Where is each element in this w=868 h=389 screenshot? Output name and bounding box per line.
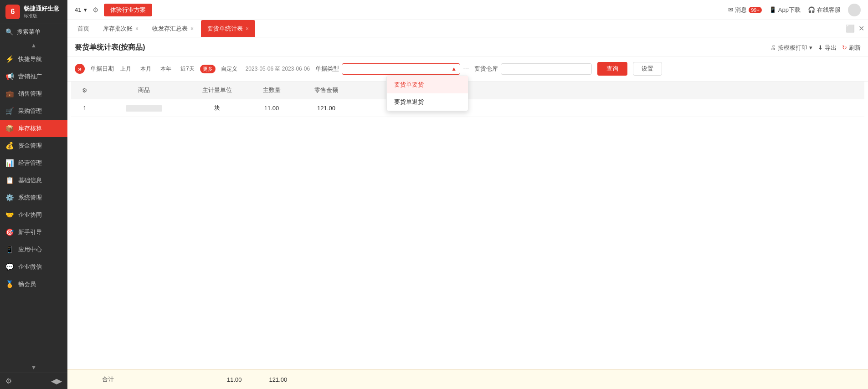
collapse-icon[interactable]: ◀▶: [51, 377, 62, 385]
settings-icon[interactable]: ⚙: [5, 377, 12, 385]
sidebar-item-label: 企业微信: [18, 263, 42, 271]
enterprise-icon: 🤝: [5, 211, 14, 219]
warehouse-input[interactable]: [501, 63, 592, 75]
filter-bar: » 单据日期 上月 本月 本年 近7天 更多 自定义 2023-05-06 至 …: [67, 56, 868, 82]
print-icon: 🖨: [770, 44, 776, 51]
sidebar-item-label: 新手引导: [18, 228, 42, 236]
close-tab-icon[interactable]: ✕: [858, 24, 864, 33]
tab-inventory-batch-label: 库存批次账: [103, 25, 133, 33]
date-option-this-month[interactable]: 本月: [137, 64, 155, 74]
cell-amount: 121.00: [299, 99, 354, 117]
sidebar-item-member[interactable]: 🏅 畅会员: [0, 276, 67, 293]
date-option-more[interactable]: 更多: [200, 65, 216, 73]
th-product: 商品: [98, 82, 190, 99]
trial-button[interactable]: 体验行业方案: [104, 4, 152, 16]
type-label: 单据类型: [315, 65, 339, 73]
quick-nav-icon: ⚡: [5, 55, 14, 63]
sidebar-nav: ⚡ 快捷导航 📢 营销推广 💼 销售管理 🛒 采购管理 📦 库存核算 💰 资金管…: [0, 51, 67, 362]
tab-receive-summary-close[interactable]: ×: [190, 26, 194, 32]
type-more-icon[interactable]: ···: [463, 65, 469, 73]
sidebar-item-marketing[interactable]: 📢 营销推广: [0, 68, 67, 85]
newbie-icon: 🎯: [5, 228, 14, 236]
sidebar-item-label: 快捷导航: [18, 55, 42, 63]
tabs-bar: 首页 库存批次账 × 收发存汇总表 × 要货单统计表 × ⬜ ✕: [67, 20, 868, 37]
date-label: 单据日期: [90, 65, 114, 73]
sidebar-item-newbie[interactable]: 🎯 新手引导: [0, 224, 67, 241]
query-button[interactable]: 查询: [597, 62, 627, 76]
app-logo: 6 畅捷通好生意 标准版: [0, 0, 67, 24]
column-settings-icon[interactable]: ⚙: [82, 87, 87, 94]
sidebar-item-system[interactable]: ⚙️ 系统管理: [0, 189, 67, 206]
sidebar-item-purchase[interactable]: 🛒 采购管理: [0, 102, 67, 120]
purchase-icon: 🛒: [5, 107, 14, 115]
search-menu[interactable]: 🔍 搜索菜单: [0, 24, 67, 40]
user-avatar[interactable]: [848, 4, 861, 16]
th-qty: 主数量: [244, 82, 299, 99]
tab-order-stats-label: 要货单统计表: [207, 25, 243, 33]
set-button[interactable]: 设置: [633, 62, 662, 76]
warehouse-label: 要货仓库: [474, 65, 498, 73]
header-right: ✉ 消息 99+ 📱 App下载 🎧 在线客服: [728, 4, 861, 16]
sidebar-item-wechat[interactable]: 💬 企业微信: [0, 258, 67, 276]
sidebar-item-inventory[interactable]: 📦 库存核算: [0, 120, 67, 137]
app-download-label: App下载: [778, 6, 801, 14]
breadcrumb[interactable]: 41 ▾: [75, 6, 87, 13]
tab-order-stats[interactable]: 要货单统计表 ×: [201, 20, 255, 37]
date-option-last-month[interactable]: 上月: [117, 64, 135, 74]
scroll-up-indicator[interactable]: ▲: [0, 40, 67, 51]
expand-button[interactable]: »: [75, 64, 85, 74]
finance-icon: 💰: [5, 142, 14, 150]
date-option-7days[interactable]: 近7天: [177, 64, 198, 74]
operation-icon: 📊: [5, 159, 14, 167]
table-footer: 合计 11.00 121.00: [67, 369, 868, 389]
inventory-icon: 📦: [5, 124, 14, 133]
maximize-icon[interactable]: ⬜: [846, 24, 855, 33]
tab-inventory-batch[interactable]: 库存批次账 ×: [97, 20, 145, 37]
tab-receive-summary-label: 收发存汇总表: [152, 25, 188, 33]
sidebar-item-label: 销售管理: [18, 90, 42, 98]
export-button[interactable]: ⬇ 导出: [818, 44, 837, 52]
sidebar-item-label: 企业协同: [18, 211, 42, 219]
header-gear-icon[interactable]: ⚙: [92, 6, 98, 14]
tab-order-stats-close[interactable]: ×: [246, 26, 249, 32]
date-filter-group: 单据日期 上月 本月 本年 近7天 更多 自定义 2023-05-06 至 20…: [90, 64, 310, 74]
page-title: 要货单统计表(按商品): [75, 43, 145, 52]
print-chevron-icon: ▾: [809, 44, 812, 51]
sidebar-item-operation[interactable]: 📊 经营管理: [0, 154, 67, 172]
dropdown-item-return-goods[interactable]: 要货单退货: [387, 93, 468, 111]
sidebar-item-finance[interactable]: 💰 资金管理: [0, 137, 67, 154]
sidebar-item-label: 资金管理: [18, 142, 42, 150]
scroll-down-indicator[interactable]: ▼: [0, 362, 67, 373]
sidebar-item-app-center[interactable]: 📱 应用中心: [0, 241, 67, 258]
print-button[interactable]: 🖨 按模板打印 ▾: [770, 44, 812, 52]
page-header: 要货单统计表(按商品) 🖨 按模板打印 ▾ ⬇ 导出 ↻ 刷新: [67, 37, 868, 56]
type-input[interactable]: [342, 63, 460, 75]
sidebar-item-sales[interactable]: 💼 销售管理: [0, 85, 67, 102]
sidebar-bottom: ⚙ ◀▶: [0, 373, 67, 389]
online-service-action[interactable]: 🎧 在线客服: [808, 6, 841, 14]
app-download-action[interactable]: 📱 App下载: [769, 6, 801, 14]
date-option-custom[interactable]: 自定义: [217, 64, 241, 74]
message-action[interactable]: ✉ 消息 99+: [728, 6, 762, 14]
basic-icon: 📋: [5, 176, 14, 184]
refresh-button[interactable]: ↻ 刷新: [842, 44, 861, 52]
system-icon: ⚙️: [5, 194, 14, 202]
sidebar-item-label: 畅会员: [18, 280, 36, 288]
member-icon: 🏅: [5, 280, 14, 288]
sidebar-item-enterprise[interactable]: 🤝 企业协同: [0, 206, 67, 224]
sidebar-item-label: 应用中心: [18, 246, 42, 254]
search-label: 搜索菜单: [17, 28, 41, 36]
tab-home[interactable]: 首页: [71, 20, 96, 37]
wechat-icon: 💬: [5, 263, 14, 271]
sidebar-item-quick-nav[interactable]: ⚡ 快捷导航: [0, 51, 67, 68]
message-badge: 99+: [749, 7, 762, 13]
main-content: 41 ▾ ⚙ 体验行业方案 ✉ 消息 99+ 📱 App下载 🎧 在线客服: [67, 0, 868, 389]
th-settings[interactable]: ⚙: [71, 82, 98, 99]
sidebar-item-basic[interactable]: 📋 基础信息: [0, 172, 67, 189]
date-option-this-year[interactable]: 本年: [157, 64, 175, 74]
tab-receive-summary[interactable]: 收发存汇总表 ×: [146, 20, 200, 37]
tab-inventory-batch-close[interactable]: ×: [135, 26, 139, 32]
sidebar-item-label: 采购管理: [18, 107, 42, 115]
dropdown-item-order-goods[interactable]: 要货单要货: [387, 76, 468, 93]
th-unit: 主计量单位: [190, 82, 244, 99]
